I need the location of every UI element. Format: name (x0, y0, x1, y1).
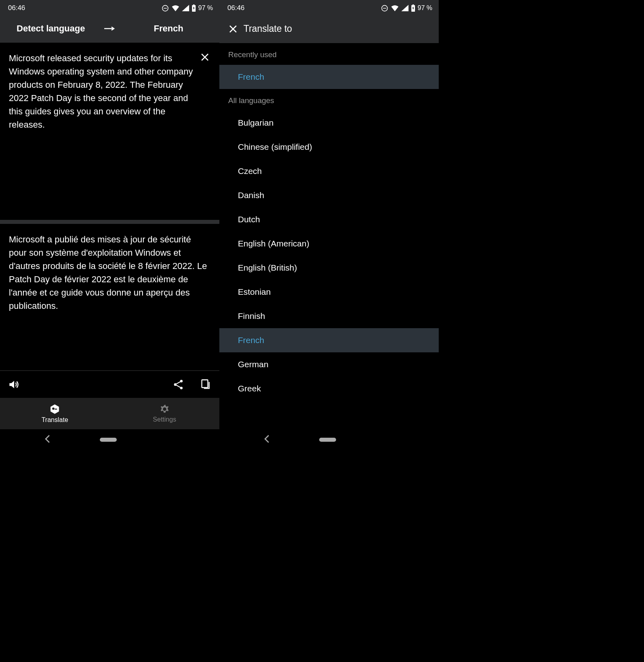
language-item[interactable]: Bulgarian (219, 111, 439, 135)
translate-to-title: Translate to (244, 23, 292, 34)
translate-to-header: Translate to (219, 16, 439, 43)
language-item[interactable]: Dutch (219, 207, 439, 232)
nav-back-button[interactable] (264, 434, 270, 445)
dnd-icon (381, 4, 388, 12)
share-button[interactable] (172, 378, 185, 391)
language-item[interactable]: French (219, 65, 439, 89)
share-icon (173, 379, 184, 390)
nav-back-button[interactable] (44, 434, 51, 445)
dnd-icon (161, 4, 169, 12)
speak-button[interactable] (7, 378, 20, 391)
wifi-icon (171, 5, 180, 11)
language-item[interactable]: Estonian (219, 280, 439, 304)
language-item[interactable]: Finnish (219, 304, 439, 328)
translated-text: Microsoft a publié des mises à jour de s… (9, 234, 207, 311)
source-text-area[interactable]: Microsoft released security updates for … (0, 43, 219, 220)
screen-translator: 06:46 97 % Detect language French Micros… (0, 0, 219, 450)
language-list[interactable]: Recently used French All languages Bulga… (219, 43, 439, 429)
divider (0, 220, 219, 224)
svg-point-7 (174, 383, 176, 385)
svg-rect-14 (412, 4, 414, 5)
action-bar (0, 370, 219, 398)
nav-bar (0, 429, 219, 450)
battery-icon (411, 4, 415, 12)
battery-percent: 97 % (198, 4, 213, 12)
close-button[interactable] (219, 24, 244, 34)
status-bar: 06:46 97 % (0, 0, 219, 16)
copy-button[interactable] (199, 378, 212, 391)
wifi-icon (391, 5, 399, 11)
translated-text-area[interactable]: Microsoft a publié des mises à jour de s… (0, 224, 219, 370)
close-icon (200, 52, 210, 62)
language-item[interactable]: English (British) (219, 256, 439, 280)
status-bar: 06:46 97 % (219, 0, 439, 16)
nav-home-pill[interactable] (100, 438, 117, 442)
close-icon (228, 24, 238, 34)
language-item[interactable]: Danish (219, 183, 439, 207)
section-all-languages: All languages (219, 89, 439, 111)
screen-language-picker: 06:46 97 % Translate to Recently used Fr… (219, 0, 439, 450)
svg-rect-3 (193, 4, 194, 5)
source-text: Microsoft released security updates for … (9, 53, 193, 130)
language-item[interactable]: Greek (219, 377, 439, 401)
battery-icon (192, 4, 196, 12)
status-time: 06:46 (226, 4, 245, 12)
copy-icon (200, 379, 211, 391)
signal-icon (182, 5, 189, 11)
target-language-button[interactable]: French (118, 23, 220, 34)
tab-settings-label: Settings (153, 416, 176, 423)
language-item[interactable]: Czech (219, 159, 439, 183)
gear-icon (159, 404, 170, 414)
section-recently-used: Recently used (219, 43, 439, 65)
source-language-button[interactable]: Detect language (0, 23, 102, 34)
tab-settings[interactable]: Settings (110, 398, 220, 429)
tab-translate-label: Translate (41, 416, 68, 424)
status-icons: 97 % (381, 4, 432, 12)
speaker-icon (8, 379, 19, 390)
translate-icon (49, 403, 60, 415)
bottom-tabs: Translate Settings (0, 398, 219, 429)
language-item[interactable]: French (219, 328, 439, 352)
nav-bar (219, 429, 439, 450)
svg-point-10 (52, 408, 55, 410)
language-item[interactable]: Chinese (simplified) (219, 135, 439, 159)
language-header: Detect language French (0, 16, 219, 43)
chevron-left-icon (44, 434, 51, 443)
svg-rect-9 (202, 380, 208, 387)
swap-arrow-icon[interactable] (102, 26, 118, 31)
battery-percent: 97 % (418, 4, 432, 12)
status-time: 06:46 (6, 4, 25, 12)
status-icons: 97 % (161, 4, 213, 12)
chevron-left-icon (264, 434, 270, 443)
language-item[interactable]: English (American) (219, 232, 439, 256)
svg-point-6 (180, 380, 182, 382)
language-item[interactable]: German (219, 352, 439, 377)
clear-button[interactable] (199, 52, 211, 63)
tab-translate[interactable]: Translate (0, 398, 110, 429)
signal-icon (401, 5, 409, 11)
svg-point-8 (180, 387, 182, 389)
nav-home-pill[interactable] (319, 438, 336, 442)
